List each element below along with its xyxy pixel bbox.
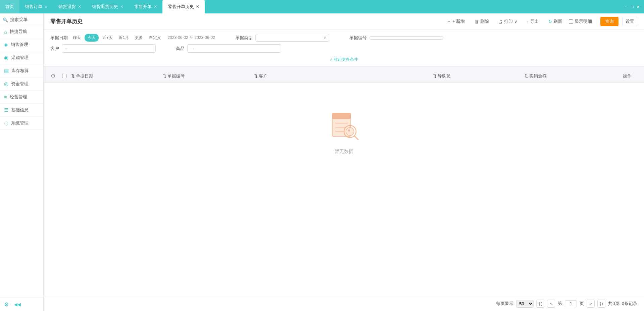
- sidebar-item-basic-info[interactable]: ☰ 基础信息: [0, 104, 43, 117]
- customer-input[interactable]: ···: [62, 44, 156, 53]
- add-button[interactable]: ＋ + 新增: [444, 17, 467, 26]
- svg-point-6: [346, 127, 354, 136]
- type-label: 单据类型: [235, 35, 253, 41]
- delete-button[interactable]: 🗑 删除: [472, 17, 492, 26]
- purchase-icon: ◉: [4, 55, 8, 61]
- tab-home-label: 首页: [5, 4, 14, 10]
- minimize-btn[interactable]: －: [624, 4, 628, 10]
- number-input[interactable]: [369, 36, 443, 40]
- basic-info-icon: ☰: [4, 107, 8, 113]
- main-layout: 🔍 搜索采单 ⌂ 快捷导航 ◈ 销售管理 ◉ 采购管理 ▤ 库存核算 ◎ 资金管…: [0, 13, 644, 311]
- settings-icon[interactable]: ⚙: [4, 301, 9, 308]
- toolbar: ＋ + 新增 🗑 删除 🖨 打印 ∨ ↑ 导出 ↻: [444, 17, 637, 30]
- select-all-checkbox[interactable]: [62, 74, 66, 78]
- date-buttons: 昨天 今天 近7天 近1月 更多 自定义: [70, 34, 163, 42]
- sidebar-item-finance[interactable]: ◎ 资金管理: [0, 77, 43, 91]
- table-select-all[interactable]: [59, 74, 69, 78]
- sidebar-item-inventory[interactable]: ▤ 库存核算: [0, 64, 43, 77]
- tab-return-history[interactable]: 销货退货历史 ✕: [87, 0, 129, 13]
- svg-rect-1: [332, 113, 351, 119]
- sidebar-search[interactable]: 🔍 搜索采单: [0, 13, 43, 25]
- tab-retail-order-history-close[interactable]: ✕: [196, 4, 199, 9]
- last-page-btn[interactable]: ⟩⟩: [597, 300, 605, 308]
- maximize-btn[interactable]: □: [631, 4, 634, 9]
- sidebar-item-purchase-label: 采购管理: [11, 55, 29, 61]
- date-btn-yesterday[interactable]: 昨天: [70, 34, 83, 42]
- tab-retail-order-history[interactable]: 零售开单历史 ✕: [162, 0, 205, 13]
- date-btn-today[interactable]: 今天: [85, 34, 99, 42]
- date-btn-custom[interactable]: 自定义: [147, 34, 163, 42]
- tab-return-close[interactable]: ✕: [78, 4, 81, 9]
- th-customer[interactable]: ⇅ 客户: [252, 73, 431, 79]
- print-dropdown-icon: ∨: [514, 19, 517, 24]
- th-amount[interactable]: ⇅ 实销金额: [523, 73, 614, 79]
- type-filter: 单据类型 ∨: [235, 34, 329, 42]
- display-detail-checkbox[interactable]: [569, 19, 573, 24]
- collapse-button[interactable]: ∧ 收起更多条件: [50, 55, 637, 64]
- system-icon: ◌: [4, 120, 8, 126]
- th-salesperson[interactable]: ⇅ 导购员: [431, 73, 523, 79]
- goods-input[interactable]: ···: [187, 44, 281, 53]
- tab-sales-order-label: 销售订单: [25, 4, 42, 10]
- first-page-btn[interactable]: ⟨⟨: [536, 300, 544, 308]
- per-page-select[interactable]: 50 100 200: [516, 300, 534, 308]
- print-button[interactable]: 🖨 打印 ∨: [496, 17, 520, 26]
- sidebar-item-purchase[interactable]: ◉ 采购管理: [0, 51, 43, 64]
- add-icon: ＋: [447, 18, 451, 24]
- th-number-sort-icon: ⇅: [163, 73, 166, 79]
- next-page-btn[interactable]: ＞: [587, 300, 595, 308]
- tab-return[interactable]: 销货退货 ✕: [53, 0, 87, 13]
- refresh-icon: ↻: [548, 19, 552, 24]
- date-btn-more[interactable]: 更多: [133, 34, 145, 42]
- export-button[interactable]: ↑ 导出: [524, 17, 542, 26]
- th-salesperson-sort-icon: ⇅: [433, 73, 437, 79]
- filter-row-2: 客户 ··· 商品 ···: [50, 44, 637, 53]
- th-amount-sort-icon: ⇅: [525, 73, 528, 79]
- sidebar-item-system[interactable]: ◌ 系统管理: [0, 117, 43, 130]
- table-settings-btn[interactable]: ⚙: [47, 73, 59, 79]
- close-btn[interactable]: ✕: [636, 4, 640, 9]
- sidebar-item-quick-nav-label: 快捷导航: [10, 29, 27, 35]
- collapse-sidebar-icon[interactable]: ◀◀: [14, 302, 21, 307]
- date-range-display: 2023-06-02 至 2023-06-02: [167, 35, 215, 41]
- goods-filter: 商品 ···: [176, 44, 281, 53]
- sidebar-item-quick-nav[interactable]: ⌂ 快捷导航: [0, 25, 43, 38]
- sidebar-item-operations[interactable]: ≡ 经营管理: [0, 91, 43, 104]
- date-btn-1month[interactable]: 近1月: [116, 34, 132, 42]
- delete-icon: 🗑: [475, 19, 479, 24]
- prev-page-btn[interactable]: ＜: [547, 300, 555, 308]
- filter-area: 单据日期 昨天 今天 近7天 近1月 更多 自定义 2023-06-02 至 2…: [44, 30, 644, 67]
- tab-retail-order[interactable]: 零售开单 ✕: [129, 0, 162, 13]
- query-button[interactable]: 查询: [600, 17, 618, 26]
- tab-return-history-label: 销货退货历史: [92, 4, 118, 10]
- tab-return-history-close[interactable]: ✕: [120, 4, 123, 9]
- settings-button[interactable]: 设置: [623, 17, 637, 26]
- toolbar-divider: [596, 19, 596, 24]
- type-select[interactable]: ∨: [255, 34, 329, 42]
- display-detail-toggle[interactable]: 显示明细: [569, 18, 592, 24]
- sidebar-footer: ⚙ ◀◀: [0, 298, 43, 311]
- sidebar-item-sales[interactable]: ◈ 销售管理: [0, 38, 43, 51]
- sidebar-item-system-label: 系统管理: [11, 120, 29, 126]
- sidebar: 🔍 搜索采单 ⌂ 快捷导航 ◈ 销售管理 ◉ 采购管理 ▤ 库存核算 ◎ 资金管…: [0, 13, 44, 311]
- tab-retail-order-close[interactable]: ✕: [154, 4, 157, 9]
- tab-retail-order-label: 零售开单: [134, 4, 152, 10]
- table-header: ⚙ ⇅ 单据日期 ⇅ 单据编号 ⇅ 客户: [44, 69, 644, 83]
- th-date[interactable]: ⇅ 单据日期: [69, 73, 161, 79]
- th-number[interactable]: ⇅ 单据编号: [161, 73, 252, 79]
- date-btn-7days[interactable]: 近7天: [100, 34, 115, 42]
- tab-retail-order-history-label: 零售开单历史: [168, 4, 194, 10]
- tab-home[interactable]: 首页: [0, 0, 19, 13]
- tab-sales-order-close[interactable]: ✕: [44, 4, 48, 9]
- page-input[interactable]: [565, 300, 577, 307]
- empty-icon: [327, 110, 361, 143]
- operations-icon: ≡: [4, 94, 7, 100]
- top-tab-bar: 首页 销售订单 ✕ 销货退货 ✕ 销货退货历史 ✕ 零售开单 ✕ 零售开单历史 …: [0, 0, 644, 13]
- print-icon: 🖨: [498, 19, 503, 24]
- tab-sales-order[interactable]: 销售订单 ✕: [19, 0, 53, 13]
- filter-row-1: 单据日期 昨天 今天 近7天 近1月 更多 自定义 2023-06-02 至 2…: [50, 34, 637, 42]
- collapse-label: ∧ 收起更多条件: [330, 57, 358, 62]
- svg-point-8: [348, 129, 350, 132]
- finance-icon: ◎: [4, 81, 8, 87]
- refresh-button[interactable]: ↻ 刷新: [546, 17, 565, 26]
